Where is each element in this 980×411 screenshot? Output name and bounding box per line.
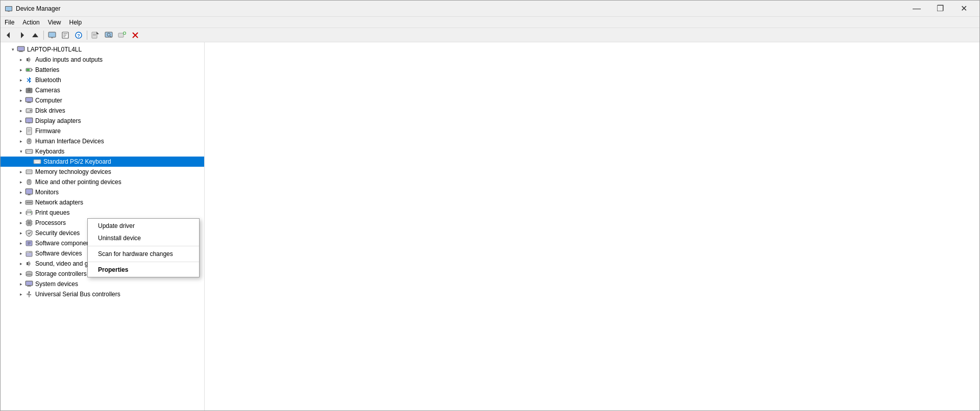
system-expander[interactable] [17,280,25,288]
standard-keyboard-icon [33,158,41,166]
svg-rect-60 [30,150,31,151]
up-button[interactable] [29,29,41,41]
tree-item-mice[interactable]: Mice and other pointing devices [1,177,204,187]
ctx-separator-2 [88,262,199,262]
software-comp-expander[interactable] [17,239,25,247]
monitors-expander[interactable] [17,188,25,196]
tree-item-keyboards[interactable]: Keyboards [1,146,204,157]
network-expander[interactable] [17,198,25,207]
svg-point-83 [29,202,30,203]
ctx-uninstall-device[interactable]: Uninstall device [88,232,199,244]
display-icon [25,117,33,125]
audio-icon [25,56,33,64]
maximize-button[interactable]: ❐ [928,1,952,17]
tree-item-print[interactable]: Print queues [1,208,204,218]
menu-file[interactable]: File [1,18,18,27]
menu-action[interactable]: Action [18,18,43,27]
svg-rect-2 [8,11,10,12]
update-driver-toolbar-button[interactable] [89,29,102,41]
software-dev-label: Software devices [35,250,82,257]
tree-root[interactable]: LAPTOP-HL0TL4LL [1,44,204,55]
add-legacy-hardware-button[interactable] [116,29,128,41]
usb-label: Universal Serial Bus controllers [35,291,120,298]
forward-button[interactable] [16,29,28,41]
tree-item-audio[interactable]: Audio inputs and outputs [1,55,204,65]
svg-point-37 [29,90,30,91]
tree-item-display[interactable]: Display adapters [1,116,204,126]
window-title: Device Manager [16,5,905,12]
svg-point-84 [31,202,32,203]
usb-expander[interactable] [17,290,25,298]
storage-expander[interactable] [17,270,25,278]
network-icon [25,198,33,207]
keyboards-expander[interactable] [17,147,25,156]
tree-item-system[interactable]: System devices [1,279,204,289]
menu-help[interactable]: Help [65,18,86,27]
help-button[interactable]: ? [72,29,85,41]
batteries-expander[interactable] [17,66,25,74]
minimize-button[interactable]: — [905,1,928,17]
print-expander[interactable] [17,209,25,217]
tree-item-diskdrives[interactable]: Disk drives [1,106,204,116]
tree-item-batteries[interactable]: Batteries [1,65,204,75]
network-label: Network adapters [35,199,83,206]
root-expander[interactable] [9,45,17,54]
processors-expander[interactable] [17,219,25,227]
tree-item-firmware[interactable]: Firmware [1,126,204,136]
bluetooth-expander[interactable] [17,76,25,84]
software-dev-expander[interactable] [17,249,25,258]
menu-view[interactable]: View [44,18,65,27]
svg-rect-66 [37,161,38,162]
svg-marker-3 [7,32,10,38]
remove-device-button[interactable] [129,29,141,41]
menu-bar: File Action View Help [1,17,979,28]
svg-point-90 [30,212,31,213]
tree-item-memtech[interactable]: Memory technology devices [1,167,204,177]
back-button[interactable] [3,29,15,41]
keyboards-icon [25,147,33,156]
tree-item-usb[interactable]: Universal Serial Bus controllers [1,289,204,299]
diskdrives-expander[interactable] [17,107,25,115]
properties-button[interactable] [59,29,71,41]
storage-label: Storage controllers [35,270,87,277]
firmware-expander[interactable] [17,127,25,135]
svg-rect-57 [26,149,33,153]
device-tree[interactable]: LAPTOP-HL0TL4LL Audio inputs and outputs [1,42,205,410]
mice-expander[interactable] [17,178,25,186]
security-expander[interactable] [17,229,25,237]
computer-expander[interactable] [17,96,25,105]
tree-item-monitors[interactable]: Monitors [1,187,204,197]
security-icon [25,229,33,237]
device-manager-window: Device Manager — ❐ ✕ File Action View He… [0,0,980,411]
tree-item-standard-keyboard[interactable]: Standard PS/2 Keyboard [1,157,204,167]
audio-expander[interactable] [17,56,25,64]
print-icon [25,209,33,217]
ctx-update-driver[interactable]: Update driver [88,220,199,232]
tree-item-computer[interactable]: Computer [1,95,204,106]
memtech-expander[interactable] [17,168,25,176]
svg-rect-92 [28,221,31,224]
close-button[interactable]: ✕ [952,1,975,17]
svg-point-76 [29,182,30,183]
display-expander[interactable] [17,117,25,125]
toolbar-separator-1 [43,31,44,40]
sound-expander[interactable] [17,260,25,268]
svg-rect-49 [28,123,30,123]
show-device-manager-button[interactable] [46,29,58,41]
svg-rect-33 [32,69,33,70]
usb-icon [25,290,33,298]
svg-rect-111 [27,262,28,265]
tree-item-hid[interactable]: Human Interface Devices [1,136,204,146]
ctx-properties[interactable]: Properties [88,264,199,276]
tree-item-bluetooth[interactable]: Bluetooth [1,75,204,85]
processors-label: Processors [35,219,66,226]
hid-expander[interactable] [17,137,25,145]
hid-label: Human Interface Devices [35,138,104,145]
tree-item-network[interactable]: Network adapters [1,197,204,208]
scan-hardware-button[interactable] [103,29,115,41]
tree-item-cameras[interactable]: Cameras [1,85,204,95]
cameras-expander[interactable] [17,86,25,94]
svg-rect-21 [118,33,124,37]
ctx-scan-hardware[interactable]: Scan for hardware changes [88,248,199,260]
svg-rect-62 [27,152,31,153]
